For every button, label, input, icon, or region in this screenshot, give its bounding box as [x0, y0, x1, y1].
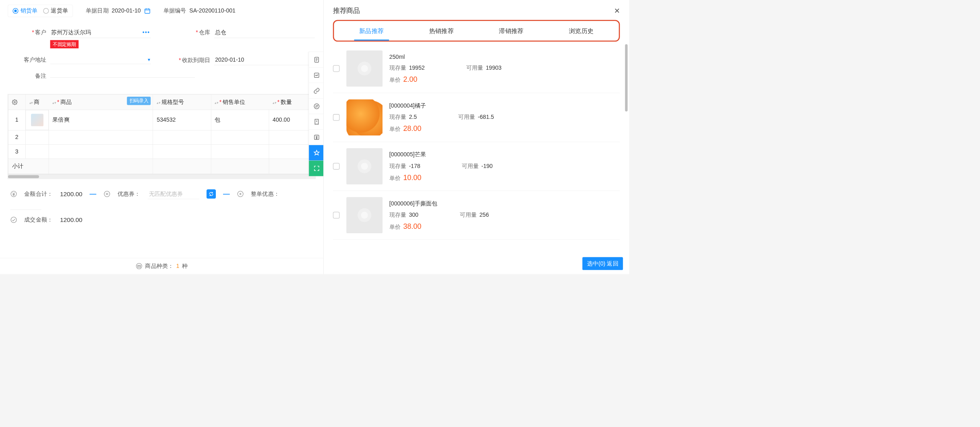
checkbox[interactable]: [333, 212, 340, 219]
stock-value: 2.5: [409, 114, 417, 120]
discount-icon: [237, 191, 244, 197]
tool-link-icon[interactable]: [309, 83, 325, 99]
row-thumb: [31, 114, 43, 126]
addr-label: 客户地址: [24, 56, 46, 63]
list-item[interactable]: [0000006]手撕面包 现存量300 可用量256 单价38.00: [333, 191, 620, 240]
tab-slow[interactable]: 滞销推荐: [476, 23, 546, 39]
horizontal-scrollbar[interactable]: [8, 174, 315, 179]
coupon-label: 优惠券：: [118, 190, 140, 198]
deal-value: 1200.00: [60, 216, 83, 224]
tab-hot[interactable]: 热销推荐: [407, 23, 477, 39]
checkbox[interactable]: [333, 65, 340, 72]
product-thumb: [346, 197, 382, 233]
svg-rect-0: [145, 9, 150, 13]
gear-column[interactable]: [8, 95, 25, 110]
remark-label: 备注: [35, 73, 46, 79]
product-title: [0000006]手撕面包: [389, 199, 620, 207]
yen-icon: [10, 191, 17, 197]
close-icon[interactable]: ✕: [614, 6, 620, 15]
price-value: 38.00: [403, 222, 422, 230]
checkbox[interactable]: [333, 114, 340, 121]
package-icon: [136, 263, 143, 269]
selected-return-button[interactable]: 选中(0) 返回: [582, 257, 623, 270]
product-title: [0000005]芒果: [389, 151, 620, 158]
avail-value: 19903: [486, 64, 501, 71]
col-thumb[interactable]: ▴▾商: [25, 95, 49, 110]
due-value: 2020-01-10: [215, 57, 244, 64]
product-title: 250ml: [389, 54, 620, 60]
tool-expand-icon[interactable]: [309, 161, 325, 176]
col-product[interactable]: ▴▾*商品扫码录入: [49, 95, 153, 110]
checkbox[interactable]: [333, 163, 340, 170]
svg-point-1: [14, 102, 16, 103]
tab-history[interactable]: 浏览历史: [546, 23, 616, 39]
scan-entry-button[interactable]: 扫码录入: [127, 97, 151, 105]
coupon-input[interactable]: 无匹配优惠券: [147, 189, 199, 199]
doc-no-label: 单据编号: [163, 7, 186, 15]
coupon-icon: [103, 191, 110, 197]
product-title: [0000004]橘子: [389, 102, 620, 110]
col-spec[interactable]: ▴▾规格型号: [153, 95, 211, 110]
tool-swap-icon[interactable]: [309, 99, 325, 114]
col-unit[interactable]: ▴▾*销售单位: [211, 95, 269, 110]
whole-discount-label: 整单优惠：: [251, 190, 279, 198]
list-item[interactable]: [0000004]橘子 现存量2.5 可用量-681.5 单价28.00: [333, 93, 620, 142]
avail-value: -190: [481, 162, 492, 169]
radio-return-label: 退货单: [51, 7, 68, 15]
svg-point-14: [361, 163, 368, 170]
avail-value: -681.5: [478, 114, 494, 120]
customer-input[interactable]: 苏州万达沃尔玛 •••: [50, 27, 151, 38]
whole-discount-input[interactable]: [10, 206, 41, 209]
list-item[interactable]: 250ml 现存量19952 可用量19903 单价2.00: [333, 44, 620, 93]
table-row[interactable]: 3: [8, 145, 315, 159]
customer-value: 苏州万达沃尔玛: [51, 29, 91, 36]
deal-icon: [10, 216, 17, 223]
kinds-unit: 种: [182, 262, 188, 270]
doc-header: 销货单 退货单 单据日期 2020-01-10 单据编号 SA-20200110…: [0, 0, 323, 22]
tab-new[interactable]: 新品推荐: [337, 23, 407, 39]
product-thumb: [346, 50, 382, 87]
refresh-button[interactable]: [207, 189, 216, 199]
chevron-down-icon[interactable]: ▾: [148, 57, 150, 62]
tool-doc-icon[interactable]: [309, 52, 325, 68]
footer-bar: 商品种类： 1 种: [0, 258, 323, 274]
gear-icon: [12, 99, 18, 105]
minus-icon: —: [90, 190, 97, 198]
calendar-icon[interactable]: [144, 8, 151, 15]
avail-value: 256: [480, 211, 489, 218]
rp-tabs-highlight: 新品推荐 热销推荐 滞销推荐 浏览历史: [333, 20, 620, 41]
minus-icon: —: [223, 190, 230, 198]
doc-date-value[interactable]: 2020-01-10: [112, 8, 141, 15]
amount-label: 金额合计：: [24, 190, 53, 198]
stock-value: -178: [409, 162, 420, 169]
product-list[interactable]: 250ml 现存量19952 可用量19903 单价2.00 [0000004]…: [324, 41, 629, 253]
customer-label: 客户: [35, 29, 46, 35]
vertical-scrollbar[interactable]: [625, 44, 627, 112]
tool-star-icon[interactable]: [309, 145, 325, 161]
fixed-period-badge: 不固定账期: [50, 40, 79, 49]
kinds-label: 商品种类：: [145, 262, 174, 270]
tool-receipt-icon[interactable]: [309, 114, 325, 130]
svg-point-3: [104, 191, 110, 197]
tool-yen-icon[interactable]: [309, 130, 325, 145]
table-row[interactable]: 2: [8, 130, 315, 144]
due-input[interactable]: 2020-01-10: [214, 55, 315, 65]
tool-chart-icon[interactable]: [309, 68, 325, 83]
more-icon[interactable]: •••: [143, 29, 150, 36]
radio-sales-label: 销货单: [21, 7, 37, 15]
subtotal-row: 小计: [8, 159, 315, 174]
price-value: 2.00: [403, 75, 418, 83]
doc-no-value: SA-20200110-001: [189, 8, 236, 15]
radio-return[interactable]: 退货单: [43, 7, 68, 15]
price-value: 10.00: [403, 173, 422, 181]
radio-sales[interactable]: 销货单: [12, 7, 37, 15]
svg-point-16: [361, 212, 368, 219]
table-row[interactable]: 1 果倍爽 534532 包 400.00: [8, 110, 315, 131]
remark-input[interactable]: [50, 74, 195, 77]
list-item[interactable]: [0000005]芒果 现存量-178 可用量-190 单价10.00: [333, 142, 620, 191]
svg-point-12: [361, 65, 368, 72]
side-toolbar: [309, 52, 325, 176]
warehouse-input[interactable]: 总仓: [214, 27, 315, 38]
addr-input[interactable]: ▾: [50, 55, 151, 64]
product-thumb: [346, 148, 382, 184]
